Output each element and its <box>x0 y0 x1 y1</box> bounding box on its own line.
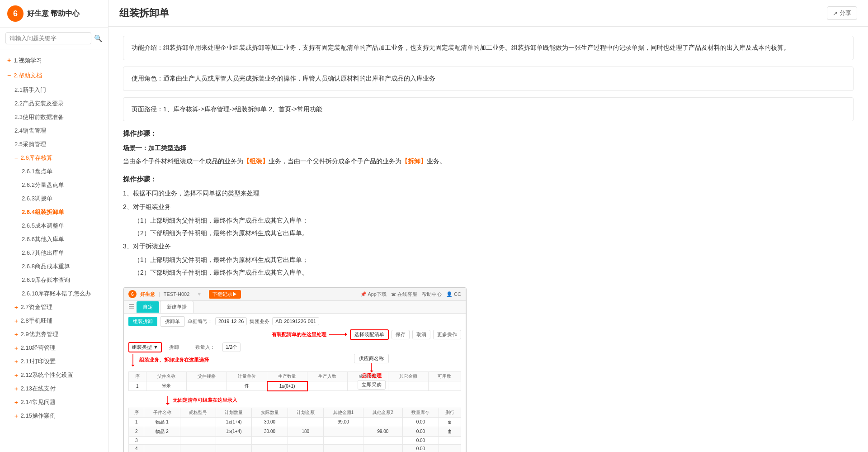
svg-marker-10 <box>166 403 170 405</box>
expand-icon-mobile: + <box>14 318 18 324</box>
table-row: 40.00 <box>129 444 461 452</box>
mock-form-type-row: 组装拆卸 拆卸单 单据编号： 2019-12-26 集团业务 AD-201912… <box>128 316 461 340</box>
content-inner: 功能介绍：组装拆卸单用来处理企业组装或拆卸等加工业务，支持有固定装配清单的产品加… <box>108 27 868 452</box>
table-row: 2 物品 2 1≥(1+4) 30.00 180 99.00 0.00 <box>129 427 461 436</box>
path-block: 页面路径：1、库存核算->库存管理->组装拆卸单 2、首页->常用功能 <box>123 97 854 122</box>
content-area: 功能介绍：组装拆卸单用来处理企业组装或拆卸等加工业务，支持有固定装配清单的产品加… <box>108 27 868 452</box>
search-input[interactable] <box>5 32 91 44</box>
mock-nav-bar: 自定 新建单据 <box>124 301 466 314</box>
annotation5-container: 无固定清单可组装在这里录入 <box>165 396 461 405</box>
sidebar-item-assembly[interactable]: 2.6.4组装拆卸单 <box>0 205 108 219</box>
sidebar-item-coupon[interactable]: + 2.9优惠券管理 <box>0 328 108 341</box>
expand-icon-print: + <box>14 358 18 365</box>
mock-window: 6 好生意 | TEST-H002 ▼ 下翻记录▶ 📌 App下载 ☎ 在线客服… <box>123 288 466 452</box>
step2: 2、对于组装业务 <box>123 202 854 213</box>
annotation5-text: 无固定清单可组装在这里录入 <box>173 397 237 404</box>
logo-icon: 6 <box>7 5 24 22</box>
step1: 1、根据不同的业务，选择不同单据的类型来处理 <box>123 188 854 199</box>
expand-icon-online-pay: + <box>14 385 18 392</box>
annotation3-text: 组装业务、拆卸业务在这里选择 <box>139 357 209 363</box>
expand-icon-faq: + <box>14 399 18 406</box>
sidebar-item-partial-stocktake[interactable]: 2.6.2分量盘点单 <box>0 178 108 192</box>
mock-topbar: 6 好生意 | TEST-H002 ▼ 下翻记录▶ 📌 App下载 ☎ 在线客服… <box>124 288 466 301</box>
mock-supplier-input[interactable]: 供应商名称 <box>354 354 389 363</box>
logo-text: 好生意 帮助中心 <box>27 9 80 19</box>
sidebar-item-data-prep[interactable]: 2.3使用前数据准备 <box>0 110 108 124</box>
mock-form-date: 2019-12-26 <box>215 317 247 325</box>
step3-2: （2）下部明细为子件明细，最终作为产成品生成其它入库单。 <box>123 267 854 278</box>
mock-annotation1-area: 有装配清单的在这里处理 选择装配清单 保存 取消 更多操作 <box>272 329 461 340</box>
sidebar-item-finance[interactable]: + 2.7资金管理 <box>0 300 108 314</box>
mock-tab-active[interactable]: 自定 <box>137 301 159 313</box>
sidebar-item-inventory[interactable]: − 2.6库存核算 <box>0 151 108 165</box>
sidebar-item-cost-adjust[interactable]: 2.6.5成本调整单 <box>0 219 108 233</box>
annotation5-arrow <box>165 396 171 405</box>
mock-tab-new[interactable]: 新建单据 <box>160 301 193 313</box>
mock-type-selector[interactable]: 组装类型 ▼ <box>128 342 162 352</box>
sidebar-item-install[interactable]: 2.2产品安装及登录 <box>0 97 108 110</box>
sidebar-item-new-user[interactable]: 2.1新手入门 <box>0 83 108 97</box>
sidebar-item-mobile[interactable]: + 2.8手机旺铺 <box>0 314 108 328</box>
sidebar-item-faq[interactable]: + 2.14常见问题 <box>0 395 108 409</box>
step3: 3、对于拆装业务 <box>123 241 854 252</box>
mock-cancel-btn[interactable]: 取消 <box>412 330 430 339</box>
sidebar-header: 6 好生意 帮助中心 <box>0 0 108 28</box>
step2-1: （1）上部明细为父件明细，最终作为产成品生成其它入库单； <box>123 215 854 226</box>
svg-marker-4 <box>345 333 347 336</box>
mock-annotation1-btn[interactable]: 选择装配清单 <box>350 329 389 340</box>
sidebar-item-cost-recalc[interactable]: 2.6.8商品成本重算 <box>0 260 108 273</box>
mock-brand: 好生意 <box>140 291 155 298</box>
svg-marker-6 <box>131 365 135 366</box>
search-icon[interactable]: 🔍 <box>94 34 103 43</box>
annotation2-area: 供应商名称 启用处理 立即采购 <box>354 354 389 390</box>
mock-save-btn[interactable]: 保存 <box>392 330 410 339</box>
sidebar-item-stocktake[interactable]: 2.6.1盘点单 <box>0 165 108 178</box>
operation-steps-heading: 操作步骤： <box>123 175 854 184</box>
screenshot-container: 6 好生意 | TEST-H002 ▼ 下翻记录▶ 📌 App下载 ☎ 在线客服… <box>123 287 467 452</box>
annotation3-area: 组装业务、拆卸业务在这里选择 <box>128 354 209 366</box>
mock-form-type-assembly[interactable]: 组装拆卸 <box>128 317 157 326</box>
mock-apply-btn[interactable]: 立即采购 <box>358 380 386 390</box>
sidebar-item-allocate[interactable]: 2.6.3调拨单 <box>0 192 108 205</box>
sidebar-item-online-pay[interactable]: + 2.13在线支付 <box>0 382 108 395</box>
mock-lower-table-area: 序 子件名称 规格型号 计划数量 实际数量 计划金额 其他金额1 其他金额2 数… <box>124 408 466 452</box>
annotation3-arrow-up <box>128 354 137 366</box>
collapse-icon: − <box>7 71 11 81</box>
sidebar-item-cases[interactable]: + 2.15操作案例 <box>0 409 108 423</box>
main-area: 组装拆卸单 ↗ 分享 功能介绍：组装拆卸单用来处理企业组装或拆卸等加工业务，支持… <box>108 0 868 452</box>
mock-form-type-other[interactable]: 拆卸单 <box>160 316 185 327</box>
sidebar-item-stock-query[interactable]: 2.6.9库存账本查询 <box>0 273 108 287</box>
sidebar-item-video[interactable]: + 1.视频学习 <box>0 53 108 68</box>
mock-form-code: AD-20191226-001 <box>272 317 319 325</box>
sidebar: 6 好生意 帮助中心 🔍 + 1.视频学习 − 2.帮助文档 2.1新手入门 2… <box>0 0 108 452</box>
sidebar-item-print[interactable]: + 2.11打印设置 <box>0 355 108 368</box>
mock-print-btn[interactable]: 更多操作 <box>433 330 461 339</box>
step2-2: （2）下部明细为子件明细，最终作为原材料生成其它出库单。 <box>123 228 854 239</box>
share-button[interactable]: ↗ 分享 <box>827 6 857 20</box>
expand-icon-coupon: + <box>14 331 18 338</box>
sidebar-item-stock-err[interactable]: 2.6.10库存账本错了怎么办 <box>0 287 108 300</box>
sidebar-item-other-out[interactable]: 2.6.7其他出库单 <box>0 246 108 260</box>
search-box: 🔍 <box>0 28 108 49</box>
mock-qty-row: 组装类型 ▼ 拆卸 数量入： 1/2个 组装业务 <box>128 342 461 352</box>
table-row: 30.00 <box>129 436 461 444</box>
sidebar-item-sales[interactable]: 2.4销售管理 <box>0 124 108 138</box>
sidebar-item-ops[interactable]: + 2.10经营管理 <box>0 341 108 355</box>
sidebar-item-personalize[interactable]: + 2.12系统个性化设置 <box>0 368 108 382</box>
intro-block: 功能介绍：组装拆卸单用来处理企业组装或拆卸等加工业务，支持有固定装配清单的产品加… <box>123 36 854 60</box>
mock-lower-table: 序 子件名称 规格型号 计划数量 实际数量 计划金额 其他金额1 其他金额2 数… <box>128 408 461 452</box>
sidebar-item-purchase[interactable]: 2.5采购管理 <box>0 138 108 151</box>
mock-annotation5-area: 无固定清单可组装在这里录入 <box>124 393 466 408</box>
mock-logo-icon: 6 <box>128 290 137 298</box>
role-block: 使用角色：通常由生产人员或库管人员完成拆装业务的操作，库管人员确认原材料的出库和… <box>123 67 854 91</box>
mock-form-area: 组装拆卸 拆卸单 单据编号： 2019-12-26 集团业务 AD-201912… <box>124 314 466 352</box>
operation-heading: 操作步骤： <box>123 129 854 138</box>
annotation1-text: 有装配清单的在这里处理 <box>272 331 326 338</box>
mock-upper-table: 序 父件名称 父件规格 计量单位 生产数量 生产入数 成本金额 其它金额 可用数 <box>128 371 461 391</box>
annotation2-arrow <box>368 363 375 372</box>
page-title: 组装拆卸单 <box>119 6 169 20</box>
sidebar-item-other-in[interactable]: 2.6.6其他入库单 <box>0 233 108 246</box>
sidebar-item-docs[interactable]: − 2.帮助文档 <box>0 68 108 84</box>
table-row: 1 物品 1 1≥(1+4) 30.00 99.00 0.00 🗑 <box>129 417 461 427</box>
expand-icon-cases: + <box>14 413 18 419</box>
